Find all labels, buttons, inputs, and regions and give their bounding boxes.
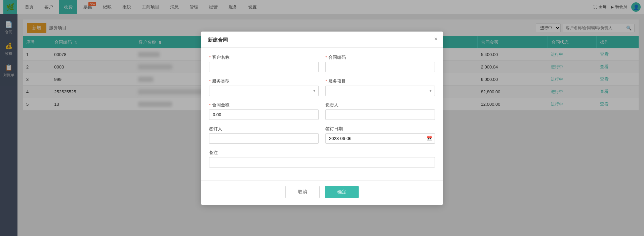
service-type-select-wrap: ▼: [209, 86, 319, 96]
responsible-label: 负责人: [325, 102, 435, 108]
modal-footer: 取消 确定: [201, 180, 443, 205]
contract-amount-label: * 合同金额: [209, 102, 319, 108]
modal-overlay: 新建合同 × * 客户名称 * 合同编码: [0, 0, 644, 236]
modal-header: 新建合同: [201, 32, 443, 48]
service-type-label: * 服务类型: [209, 78, 319, 84]
service-item-label: * 服务项目: [325, 78, 435, 84]
required-mark-3: *: [209, 79, 211, 84]
form-row-4: 签订人 签订日期 2023-06-06 📅: [209, 126, 435, 144]
new-contract-modal: 新建合同 × * 客户名称 * 合同编码: [201, 32, 443, 205]
remark-label: 备注: [209, 150, 435, 156]
form-field-signer: 签订人: [209, 126, 319, 144]
sign-date-input[interactable]: 2023-06-06: [325, 133, 435, 144]
required-mark: *: [209, 55, 211, 60]
form-row-2: * 服务类型 ▼ * 服务项目: [209, 78, 435, 96]
modal-body: * 客户名称 * 合同编码 *: [201, 48, 443, 180]
signer-input[interactable]: [209, 133, 319, 144]
modal-close-button[interactable]: ×: [434, 36, 438, 43]
form-row-3: * 合同金额 0.00 负责人: [209, 102, 435, 120]
remark-input[interactable]: [209, 157, 435, 168]
form-field-customer-name: * 客户名称: [209, 54, 319, 72]
contract-amount-input[interactable]: 0.00: [209, 109, 319, 120]
form-field-contract-code: * 合同编码: [325, 54, 435, 72]
form-field-service-item: * 服务项目 ▼: [325, 78, 435, 96]
required-mark-5: *: [209, 102, 211, 107]
signer-label: 签订人: [209, 126, 319, 132]
sign-date-label: 签订日期: [325, 126, 435, 132]
customer-name-label: * 客户名称: [209, 54, 319, 60]
required-mark-4: *: [325, 79, 327, 84]
service-item-select-wrap: ▼: [325, 86, 435, 96]
responsible-input[interactable]: [325, 109, 435, 120]
customer-name-input[interactable]: [209, 62, 319, 72]
form-field-remark: 备注: [209, 150, 435, 168]
modal-title: 新建合同: [208, 37, 228, 43]
contract-code-label: * 合同编码: [325, 54, 435, 60]
form-row-1: * 客户名称 * 合同编码: [209, 54, 435, 72]
form-field-service-type: * 服务类型 ▼: [209, 78, 319, 96]
form-row-5: 备注: [209, 150, 435, 168]
confirm-button[interactable]: 确定: [325, 186, 359, 198]
form-field-responsible: 负责人: [325, 102, 435, 120]
cancel-button[interactable]: 取消: [285, 186, 320, 198]
form-field-contract-amount: * 合同金额 0.00: [209, 102, 319, 120]
contract-code-input[interactable]: [325, 62, 435, 72]
service-type-select[interactable]: [209, 86, 319, 96]
sign-date-wrap: 2023-06-06 📅: [325, 133, 435, 144]
form-field-sign-date: 签订日期 2023-06-06 📅: [325, 126, 435, 144]
required-mark-2: *: [325, 55, 327, 60]
service-item-select[interactable]: [325, 86, 435, 96]
